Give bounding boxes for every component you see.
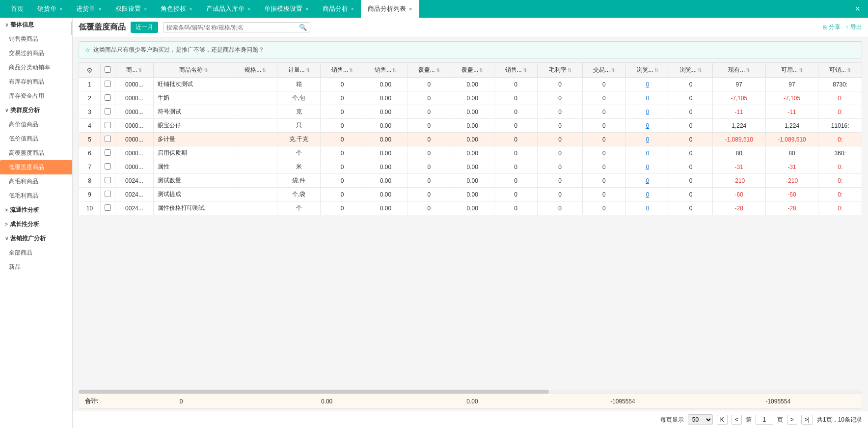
th-unit[interactable]: 计量...⇅	[277, 63, 320, 78]
horizontal-scrollbar[interactable]	[79, 390, 862, 394]
th-sales-amt[interactable]: 销售...⇅	[364, 63, 407, 78]
row-sales-qty: 0	[321, 78, 364, 91]
sidebar-item-sales-goods[interactable]: 销售类商品	[0, 32, 72, 46]
row-checkbox[interactable]	[100, 174, 115, 188]
nav-tab-purchase-close[interactable]: ×	[98, 6, 101, 12]
th-gross-rate[interactable]: 毛利率⇅	[538, 63, 582, 78]
nav-tab-permission-close[interactable]: ×	[144, 6, 147, 12]
row-browse1[interactable]: 0	[626, 146, 669, 160]
prev-page-button[interactable]: <	[732, 415, 742, 425]
scrollbar-thumb[interactable]	[79, 390, 549, 394]
row-browse1[interactable]: 0	[626, 174, 669, 188]
settings-icon[interactable]: ⚙	[86, 66, 93, 74]
nav-tab-permission[interactable]: 权限设置 ×	[108, 0, 154, 18]
share-button[interactable]: ⎘ 分享	[823, 23, 841, 31]
th-code[interactable]: 商...⇅	[115, 63, 153, 78]
row-checkbox[interactable]	[100, 188, 115, 201]
row-checkbox[interactable]	[100, 133, 115, 146]
sidebar-toggle-button[interactable]: 《	[71, 22, 73, 35]
table-container[interactable]: ⚙ 商...⇅ 商品名称⇅ 规格...⇅ 计量...⇅ 销售...⇅ 销售...…	[79, 62, 862, 390]
sidebar-section-growth[interactable]: > 成长性分析	[0, 217, 72, 231]
window-close-button[interactable]: ×	[851, 4, 864, 14]
nav-tab-sales-close[interactable]: ×	[59, 6, 62, 12]
table-row: 4 0000... 眼宝公仔 只 0 0.00 0 0.00 0 0 0 0 0…	[79, 119, 862, 133]
row-checkbox[interactable]	[100, 78, 115, 91]
content-area: 低覆盖度商品 近一月 🔍 ⎘ 分享 ↑ 导出 ☆ 这类商品只有很少客户购买过，是…	[73, 18, 868, 428]
date-filter-button[interactable]: 近一月	[131, 22, 158, 33]
first-page-button[interactable]: K	[717, 415, 728, 425]
export-button[interactable]: ↑ 导出	[845, 23, 862, 31]
th-trade[interactable]: 交易...⇅	[582, 63, 625, 78]
row-name: 牛奶	[153, 91, 234, 105]
th-sales-qty[interactable]: 销售...⇅	[321, 63, 364, 78]
nav-tab-product-inbound-close[interactable]: ×	[247, 6, 250, 12]
last-page-button[interactable]: >|	[801, 415, 813, 425]
row-gross-rate: 0	[538, 78, 582, 91]
th-spec[interactable]: 规格...⇅	[234, 63, 277, 78]
sidebar-item-low-value[interactable]: 低价值商品	[0, 132, 72, 146]
row-browse1[interactable]: 0	[626, 105, 669, 119]
row-checkbox[interactable]	[100, 105, 115, 119]
th-cover2[interactable]: 覆盖...⇅	[451, 63, 494, 78]
search-input[interactable]	[166, 24, 299, 31]
nav-tab-goods-analysis[interactable]: 商品分析 ×	[316, 0, 361, 18]
th-saleable[interactable]: 可销...⇅	[818, 63, 862, 78]
sidebar-item-high-value[interactable]: 高价值商品	[0, 117, 72, 132]
sidebar-section-cluster[interactable]: ∨ 类群度分析	[0, 103, 72, 117]
nav-tab-goods-analysis-list-close[interactable]: ×	[409, 6, 412, 12]
sidebar-item-new-goods[interactable]: 新品	[0, 260, 72, 274]
sidebar-section-circulation[interactable]: > 流通性分析	[0, 203, 72, 217]
th-current[interactable]: 现有...⇅	[712, 63, 765, 78]
sidebar-section-overall[interactable]: ∨ 整体信息	[0, 18, 72, 32]
row-checkbox[interactable]	[100, 119, 115, 133]
th-available[interactable]: 可用...⇅	[765, 63, 818, 78]
current-page-input[interactable]	[756, 415, 773, 425]
row-browse1[interactable]: 0	[626, 91, 669, 105]
row-sales-amt: 0.00	[364, 174, 407, 188]
row-settings: 5	[79, 133, 101, 146]
th-name[interactable]: 商品名称⇅	[153, 63, 234, 78]
sidebar-item-traded-goods[interactable]: 交易过的商品	[0, 46, 72, 60]
sidebar-section-marketing[interactable]: ∨ 营销推广分析	[0, 231, 72, 246]
nav-tab-template-close[interactable]: ×	[305, 6, 308, 12]
nav-tab-sales[interactable]: 销货单 ×	[30, 0, 69, 18]
sidebar-item-high-margin[interactable]: 高毛利商品	[0, 174, 72, 189]
nav-tab-home[interactable]: 首页	[4, 0, 30, 18]
row-browse1[interactable]: 0	[626, 119, 669, 133]
row-current: 1,224	[712, 119, 765, 133]
page-size-select[interactable]: 10 20 50 100	[688, 414, 713, 425]
row-browse1[interactable]: 0	[626, 78, 669, 91]
nav-tab-goods-analysis-close[interactable]: ×	[351, 6, 354, 12]
row-browse2: 0	[669, 78, 712, 91]
th-settings[interactable]: ⚙	[79, 63, 101, 78]
th-sales-day[interactable]: 销售...⇅	[494, 63, 537, 78]
row-checkbox[interactable]	[100, 91, 115, 105]
row-browse1[interactable]: 0	[626, 201, 669, 215]
row-browse1[interactable]: 0	[626, 188, 669, 201]
row-browse1[interactable]: 0	[626, 160, 669, 174]
nav-tab-role-close[interactable]: ×	[189, 6, 192, 12]
row-checkbox[interactable]	[100, 146, 115, 160]
sidebar-item-inventory-capital[interactable]: 库存资金占用	[0, 89, 72, 103]
nav-tab-template[interactable]: 单据模板设置 ×	[257, 0, 315, 18]
sidebar-item-stocked-goods[interactable]: 有库存的商品	[0, 75, 72, 89]
sidebar-item-high-coverage[interactable]: 高覆盖度商品	[0, 146, 72, 160]
row-checkbox[interactable]	[100, 160, 115, 174]
row-name: 启用保质期	[153, 146, 234, 160]
sidebar-item-all-goods[interactable]: 全部商品	[0, 246, 72, 260]
sidebar-item-category-turnover[interactable]: 商品分类动销率	[0, 60, 72, 75]
nav-tab-product-inbound[interactable]: 产成品入库单 ×	[199, 0, 257, 18]
row-name: 测试数量	[153, 174, 234, 188]
nav-tab-goods-analysis-list[interactable]: 商品分析列表 ×	[361, 0, 419, 18]
row-checkbox[interactable]	[100, 201, 115, 215]
sidebar-item-low-coverage[interactable]: 低覆盖度商品	[0, 160, 72, 174]
th-cover1[interactable]: 覆盖...⇅	[407, 63, 451, 78]
th-browse1[interactable]: 浏览...⇅	[626, 63, 669, 78]
nav-tab-role[interactable]: 角色授权 ×	[154, 0, 199, 18]
th-browse2[interactable]: 浏览...⇅	[669, 63, 712, 78]
row-browse1[interactable]: 0	[626, 133, 669, 146]
sidebar-item-low-margin[interactable]: 低毛利商品	[0, 189, 72, 203]
select-all-checkbox[interactable]	[105, 66, 111, 73]
next-page-button[interactable]: >	[787, 415, 797, 425]
nav-tab-purchase[interactable]: 进货单 ×	[69, 0, 108, 18]
